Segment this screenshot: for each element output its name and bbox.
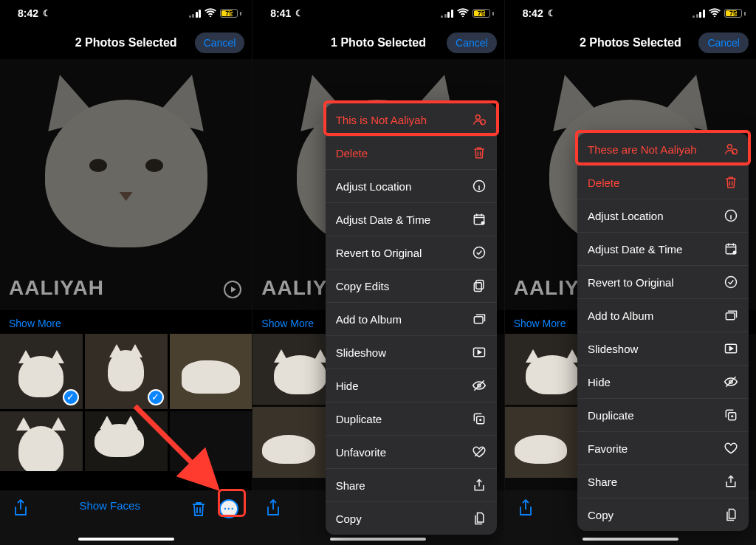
thumbnail[interactable]: ✓: [0, 334, 83, 409]
menu-hide[interactable]: Hide: [326, 369, 497, 402]
menu-delete[interactable]: Delete: [326, 137, 497, 170]
menu-item-label: Slideshow: [336, 346, 386, 359]
share-button[interactable]: [266, 499, 281, 517]
person-name-label: AALIYAH: [9, 276, 104, 300]
selected-check-icon: ✓: [63, 389, 79, 405]
duplicate-icon: [724, 408, 738, 422]
cancel-button[interactable]: Cancel: [195, 32, 245, 53]
menu-add-album[interactable]: Add to Album: [577, 299, 749, 332]
share-icon: [724, 474, 738, 489]
phone-screen-3: 8:42 ☾ 75 2 Photos Selected Cancel AALIY…: [504, 0, 756, 545]
svg-point-18: [725, 277, 736, 288]
menu-revert[interactable]: Revert to Original: [326, 236, 497, 270]
home-indicator[interactable]: [78, 538, 174, 541]
menu-item-label: Hide: [336, 380, 359, 392]
page-title: 1 Photo Selected: [331, 36, 426, 49]
battery-icon: 75: [220, 9, 241, 18]
menu-adjust-location[interactable]: Adjust Location: [577, 199, 749, 233]
eye-slash-icon: [724, 374, 738, 389]
menu-item-label: Favorite: [588, 442, 628, 455]
menu-item-label: Delete: [588, 176, 619, 189]
cellular-icon: [189, 10, 202, 18]
menu-slideshow[interactable]: Slideshow: [326, 336, 497, 369]
home-indicator[interactable]: [583, 538, 678, 541]
menu-item-label: Copy: [336, 513, 362, 525]
revert-icon: [724, 275, 738, 289]
menu-adjust-datetime[interactable]: Adjust Date & Time: [577, 233, 749, 266]
menu-favorite[interactable]: Favorite: [577, 432, 749, 465]
thumbnail[interactable]: [170, 334, 252, 409]
home-indicator[interactable]: [330, 538, 426, 541]
heart-icon: [724, 441, 738, 456]
cellular-icon: [441, 10, 453, 18]
menu-copy[interactable]: Copy: [326, 502, 497, 535]
menu-not-this-person[interactable]: These are Not Aaliyah: [577, 133, 749, 166]
menu-item-label: Add to Album: [588, 309, 653, 322]
focus-moon-icon: ☾: [43, 8, 51, 18]
page-title: 2 Photos Selected: [75, 36, 177, 49]
menu-item-label: Duplicate: [336, 413, 382, 425]
status-bar: 8:41 ☾ 75: [252, 0, 504, 27]
menu-adjust-location[interactable]: Adjust Location: [326, 170, 497, 203]
menu-share[interactable]: Share: [577, 465, 749, 498]
menu-copy[interactable]: Copy: [577, 498, 749, 531]
revert-icon: [472, 245, 487, 260]
menu-item-label: Revert to Original: [336, 247, 422, 259]
nav-header: 2 Photos Selected Cancel: [0, 27, 252, 59]
person-badge-icon: [724, 142, 738, 157]
show-more-link[interactable]: Show More: [0, 310, 252, 334]
menu-hide[interactable]: Hide: [577, 366, 749, 399]
menu-item-label: Adjust Date & Time: [336, 213, 430, 226]
status-bar: 8:42 ☾ 75: [505, 0, 756, 27]
menu-duplicate[interactable]: Duplicate: [577, 399, 749, 432]
menu-duplicate[interactable]: Duplicate: [326, 402, 497, 436]
play-rect-icon: [472, 345, 487, 360]
menu-add-album[interactable]: Add to Album: [326, 303, 497, 336]
menu-item-label: Revert to Original: [588, 276, 674, 289]
menu-item-label: These are Not Aaliyah: [588, 143, 697, 156]
svg-rect-7: [475, 281, 483, 289]
menu-share[interactable]: Share: [326, 469, 497, 502]
battery-icon: 75: [472, 9, 494, 18]
menu-item-label: Adjust Date & Time: [588, 243, 682, 256]
menu-adjust-datetime[interactable]: Adjust Date & Time: [326, 203, 497, 236]
calendar-icon: [724, 241, 738, 256]
share-button[interactable]: [13, 499, 28, 517]
album-icon: [724, 308, 738, 323]
share-button[interactable]: [518, 499, 533, 517]
info-icon: [472, 179, 487, 193]
cancel-button[interactable]: Cancel: [698, 32, 749, 53]
menu-copy-edits[interactable]: Copy Edits: [326, 270, 497, 303]
thumbnail[interactable]: ✓: [85, 334, 168, 409]
menu-revert[interactable]: Revert to Original: [577, 266, 749, 299]
phone-screen-2: 8:41 ☾ 75 1 Photo Selected Cancel AALIYA…: [252, 0, 504, 545]
svg-point-13: [727, 145, 732, 149]
play-icon[interactable]: [224, 281, 241, 298]
thumbnail[interactable]: [0, 411, 83, 471]
status-time: 8:42: [523, 7, 543, 19]
svg-point-17: [732, 251, 736, 255]
focus-moon-icon: ☾: [295, 8, 303, 18]
menu-item-label: Copy Edits: [336, 280, 390, 292]
trash-button[interactable]: [191, 501, 206, 517]
cancel-button[interactable]: Cancel: [447, 32, 497, 53]
trash-icon: [472, 145, 487, 160]
svg-rect-8: [474, 283, 481, 292]
wifi-icon: [205, 7, 216, 19]
menu-slideshow[interactable]: Slideshow: [577, 332, 749, 366]
menu-unfavorite[interactable]: Unfavorite: [326, 436, 497, 469]
svg-point-6: [473, 247, 484, 258]
info-icon: [724, 208, 738, 223]
menu-item-label: Unfavorite: [336, 446, 386, 459]
hero-photo[interactable]: AALIYAH: [0, 59, 252, 310]
context-menu: This is Not Aaliyah Delete Adjust Locati…: [326, 103, 497, 535]
wifi-icon: [457, 7, 469, 19]
menu-not-this-person[interactable]: This is Not Aaliyah: [326, 103, 497, 137]
calendar-icon: [472, 212, 487, 227]
svg-rect-9: [474, 317, 483, 323]
menu-item-label: Delete: [336, 147, 368, 160]
menu-delete[interactable]: Delete: [577, 166, 749, 199]
status-time: 8:41: [270, 7, 291, 19]
status-bar: 8:42 ☾ 75: [0, 0, 252, 27]
person-badge-icon: [472, 112, 487, 127]
